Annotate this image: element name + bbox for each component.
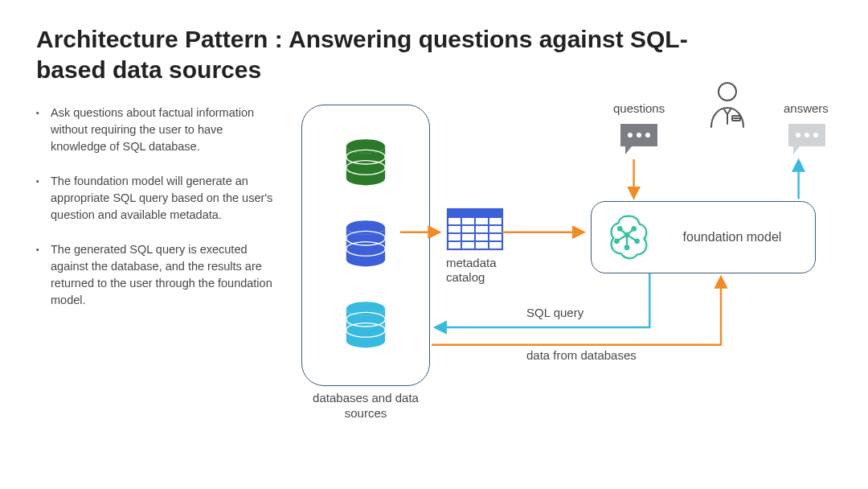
data-from-db-label: data from databases: [526, 348, 637, 362]
bullet-list: Ask questions about factual information …: [36, 105, 277, 442]
foundation-model-label: foundation model: [662, 229, 802, 245]
brain-chip-icon: [600, 210, 654, 265]
architecture-diagram: databases and data sources metadata cata…: [277, 105, 832, 442]
database-icon: [339, 138, 392, 191]
questions-label: questions: [613, 101, 665, 115]
svg-point-3: [346, 220, 385, 235]
svg-point-28: [628, 133, 633, 138]
metadata-catalog-icon: [446, 208, 504, 252]
svg-line-26: [627, 235, 637, 241]
user-icon: [703, 80, 751, 137]
svg-point-33: [813, 133, 818, 138]
svg-point-6: [346, 302, 385, 317]
svg-point-0: [346, 139, 385, 154]
database-icon: [339, 219, 392, 272]
bullet-item: The foundation model will generate an ap…: [36, 173, 277, 224]
svg-line-24: [627, 228, 634, 235]
svg-point-30: [645, 133, 650, 138]
bullet-item: Ask questions about factual information …: [36, 105, 277, 155]
svg-line-25: [616, 235, 627, 241]
foundation-model-box: foundation model: [591, 201, 816, 273]
page-title: Architecture Pattern : Answering questio…: [0, 0, 788, 84]
svg-point-31: [796, 133, 800, 138]
sql-query-label: SQL query: [526, 306, 583, 319]
svg-point-32: [805, 133, 809, 138]
svg-point-34: [719, 83, 736, 101]
speech-bubble-icon: [787, 122, 827, 156]
db-container: [301, 105, 430, 386]
content-row: Ask questions about factual information …: [0, 84, 868, 442]
speech-bubble-icon: [619, 122, 659, 156]
bullet-item: The generated SQL query is executed agai…: [36, 241, 277, 309]
svg-point-29: [637, 133, 641, 138]
answers-label: answers: [784, 101, 829, 115]
database-icon: [339, 300, 392, 353]
svg-line-23: [620, 228, 627, 235]
db-container-label: databases and data sources: [301, 391, 430, 421]
metadata-catalog-label: metadata catalog: [446, 256, 518, 285]
